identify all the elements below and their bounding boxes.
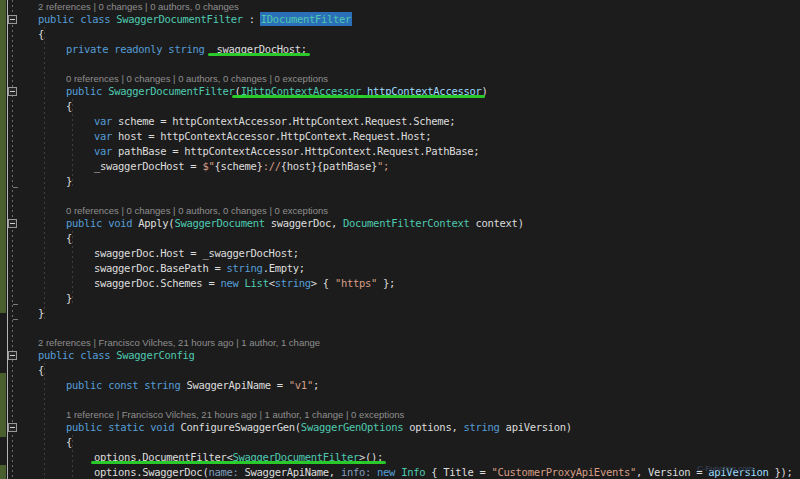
code-token: 2 references | 0 changes | 0 authors, 0 … [38,1,239,12]
code-line[interactable]: { [66,99,72,114]
indent-guide [72,99,73,189]
fold-collapse-icon[interactable] [8,15,17,24]
code-line[interactable]: public void Apply(SwaggerDocument swagge… [66,216,524,231]
code-token: Apply( [138,217,174,229]
code-token: "https" [335,277,377,289]
code-token: SwaggerDocument [174,217,264,229]
code-token: { [66,100,72,112]
code-line[interactable]: public static void ConfigureSwaggerGen(S… [66,420,572,435]
code-token: { [66,436,72,448]
codelens-indicator[interactable]: 2 references | 0 changes | 0 authors, 0 … [38,0,239,12]
code-line[interactable]: swaggerDoc.Host = _swaggerDocHost; [94,246,299,261]
outlining-margin-line [12,0,13,479]
code-token: options.SwaggerDoc( [94,466,208,478]
code-token: DocumentFilterContext [343,217,469,229]
code-token: { [38,364,44,376]
code-token: } [38,307,44,319]
watermark: C-Function.com [697,464,753,473]
code-line[interactable]: var pathBase = httpContextAccessor.HttpC… [94,144,479,159]
code-line[interactable]: } [66,174,72,189]
code-token: 2 references | Francisco Vilches, 21 hou… [38,337,320,348]
code-token: swaggerDoc, [265,217,343,229]
code-token: 1 reference | Francisco Vilches, 21 hour… [66,409,404,420]
code-token: ConfigureSwaggerGen( [180,421,300,433]
fold-collapse-icon[interactable] [8,219,17,228]
fold-collapse-icon[interactable] [8,351,17,360]
codelens-indicator[interactable]: 0 references | 0 changes | 0 authors, 0 … [66,72,328,84]
code-token: string [226,262,262,274]
code-token: public class [38,349,116,361]
code-token: : [243,13,261,25]
indent-guide [72,231,73,306]
code-token: swaggerDoc.Host = _swaggerDocHost; [94,247,299,259]
code-line[interactable]: public const string SwaggerApiName = "v1… [66,378,319,393]
code-line[interactable]: private readonly string _swaggerDocHost; [66,42,307,57]
code-token: private readonly string [66,43,211,55]
code-token: SwaggerApiName = [186,379,288,391]
code-line[interactable]: var scheme = httpContextAccessor.HttpCon… [94,114,455,129]
code-token: ; [313,379,319,391]
code-token: { [66,232,72,244]
codelens-indicator[interactable]: 0 references | 0 changes | 0 authors, 0 … [66,204,328,216]
code-line[interactable]: options.DocumentFilter<SwaggerDocumentFi… [94,450,383,465]
fold-collapse-icon[interactable] [8,423,17,432]
code-token: string [463,421,499,433]
code-line[interactable]: options.SwaggerDoc(name: SwaggerApiName,… [94,465,793,479]
code-token: string [275,277,311,289]
code-token: public const string [66,379,186,391]
code-token: swaggerDoc.Schemes = [94,277,220,289]
code-token: new [377,466,395,478]
marker-underlined-token: httpContextAccessor [361,85,481,97]
code-line[interactable]: swaggerDoc.BasePath = string.Empty; [94,261,305,276]
code-token: host = httpContextAccessor.HttpContext.R… [112,130,431,142]
code-line[interactable]: _swaggerDocHost = $"{scheme}://{host}{pa… [94,159,389,174]
code-token: 0 references | 0 changes | 0 authors, 0 … [66,205,328,216]
code-token: SwaggerDocumentFilter [116,13,242,25]
code-line[interactable]: } [66,291,72,306]
code-token: List [245,277,269,289]
code-token: { Title = [425,466,491,478]
code-token: }; [377,277,395,289]
code-line[interactable]: swaggerDoc.Schemes = new List<string> { … [94,276,395,291]
codelens-indicator[interactable]: 1 reference | Francisco Vilches, 21 hour… [66,408,404,420]
code-token: pathBase = httpContextAccessor.HttpConte… [112,145,479,157]
change-bar [0,465,6,479]
gutter-border [7,0,8,479]
indent-guide [44,27,45,321]
code-token: "CustomerProxyApiEvents" [492,466,637,478]
code-token: var [94,145,112,157]
code-line[interactable]: } [38,306,44,321]
codelens-indicator[interactable]: 2 references | Francisco Vilches, 21 hou… [38,336,320,348]
code-line[interactable]: { [38,27,44,42]
code-token: SwaggerDocumentFilter [108,85,234,97]
code-token: scheme = httpContextAccessor.HttpContext… [112,115,455,127]
marker-underlined-token: IHttpContextAccessor [241,85,361,97]
code-token: } [66,175,72,187]
fold-region-end-tick [13,304,18,305]
marker-underlined-token: _swaggerDocHost; [211,43,307,55]
code-token: new [220,277,238,289]
code-token: public static void [66,421,180,433]
code-token: options, [403,421,463,433]
code-line[interactable]: public class SwaggerDocumentFilter : IDo… [38,12,351,27]
code-line[interactable]: public SwaggerDocumentFilter(IHttpContex… [66,84,488,99]
code-token: SwaggerApiName, [239,466,341,478]
code-line[interactable]: public class SwaggerConfig [38,348,195,363]
change-bar [0,373,6,437]
change-bar [0,0,6,313]
fold-collapse-icon[interactable] [8,87,17,96]
fold-region-end-tick [13,187,18,188]
code-token: } [66,292,72,304]
indent-guide [72,435,73,479]
code-line[interactable]: { [66,231,72,246]
code-token: "v1" [289,379,313,391]
code-line[interactable]: { [66,435,72,450]
code-token: {host}{pathBase} [281,160,377,172]
selected-token: IDocumentFilter [261,13,351,25]
code-token: var [94,115,112,127]
code-line[interactable]: { [38,363,44,378]
code-line[interactable]: var host = httpContextAccessor.HttpConte… [94,129,431,144]
indent-guide [44,363,45,479]
code-token: "; [377,160,389,172]
code-token: context) [469,217,523,229]
